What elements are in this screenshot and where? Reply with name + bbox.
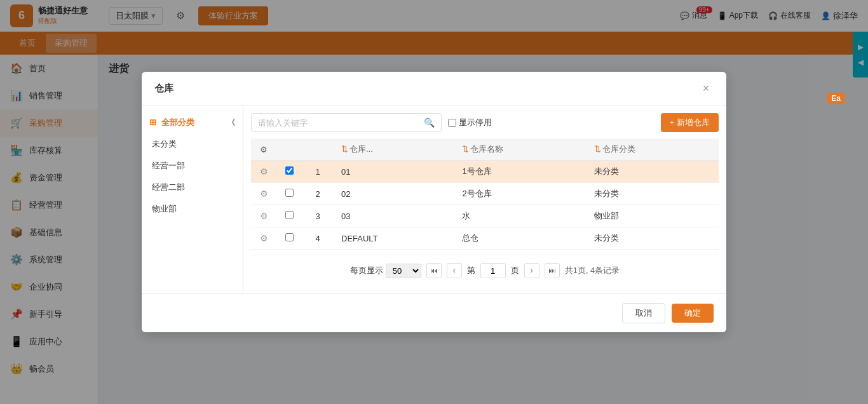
row-category: 未分类 bbox=[587, 227, 719, 250]
row-code: DEFAULT bbox=[334, 227, 454, 250]
all-categories-label: 全部分类 bbox=[161, 118, 194, 127]
per-page-label: 每页显示 bbox=[350, 265, 383, 276]
category-item-dept1[interactable]: 经营一部 bbox=[142, 155, 243, 177]
table-panel: 🔍 显示停用 + 新增仓库 ⚙ ⇅仓库.. bbox=[243, 105, 726, 293]
row-number: 1 bbox=[302, 161, 334, 183]
row-code: 01 bbox=[334, 161, 454, 183]
chevron-left-icon[interactable]: 《 bbox=[227, 118, 235, 128]
search-input[interactable] bbox=[252, 114, 417, 131]
row-checkbox[interactable] bbox=[285, 211, 294, 219]
ea-badge: Ea bbox=[827, 93, 844, 104]
show-disabled-checkbox[interactable] bbox=[448, 119, 456, 127]
category-panel: ⊞ 全部分类 《 未分类 经营一部 经营二部 物业部 bbox=[142, 105, 243, 293]
confirm-button[interactable]: 确定 bbox=[672, 304, 714, 323]
page-label-prefix: 第 bbox=[467, 265, 475, 276]
col-header-gear: ⚙ bbox=[251, 138, 276, 161]
row-number: 2 bbox=[302, 183, 334, 205]
page-number-input[interactable] bbox=[480, 263, 506, 278]
row-gear-icon[interactable]: ⚙ bbox=[251, 205, 276, 227]
close-icon[interactable]: × bbox=[698, 81, 714, 96]
col-header-code: ⇅仓库... bbox=[334, 138, 454, 161]
grid-icon: ⊞ bbox=[149, 118, 156, 127]
page-total-info: 共1页, 4条记录 bbox=[565, 265, 620, 276]
warehouse-modal: 仓库 × ⊞ 全部分类 《 未分类 经营一部 经营二部 物业部 bbox=[142, 72, 726, 332]
category-item-unclassified[interactable]: 未分类 bbox=[142, 133, 243, 155]
row-code: 03 bbox=[334, 205, 454, 227]
category-item-property[interactable]: 物业部 bbox=[142, 198, 243, 220]
row-name: 1号仓库 bbox=[454, 161, 587, 183]
table-row[interactable]: ⚙ 3 03 水 物业部 bbox=[251, 205, 719, 227]
row-number: 3 bbox=[302, 205, 334, 227]
row-gear-icon[interactable]: ⚙ bbox=[251, 227, 276, 250]
col-header-num bbox=[302, 138, 334, 161]
col-header-name: ⇅仓库名称 bbox=[454, 138, 587, 161]
category-item-dept2[interactable]: 经营二部 bbox=[142, 177, 243, 198]
search-icon[interactable]: 🔍 bbox=[417, 114, 441, 131]
modal-body: ⊞ 全部分类 《 未分类 经营一部 经营二部 物业部 🔍 bbox=[142, 105, 726, 293]
show-disabled-text: 显示停用 bbox=[459, 117, 492, 128]
row-category: 未分类 bbox=[587, 161, 719, 183]
col-header-category: ⇅仓库分类 bbox=[587, 138, 719, 161]
search-box: 🔍 bbox=[251, 113, 442, 132]
col-header-check bbox=[276, 138, 302, 161]
modal-header: 仓库 × bbox=[142, 72, 726, 105]
row-gear-icon[interactable]: ⚙ bbox=[251, 161, 276, 183]
table-row[interactable]: ⚙ 2 02 2号仓库 未分类 bbox=[251, 183, 719, 205]
page-label-suffix: 页 bbox=[511, 265, 519, 276]
row-checkbox[interactable] bbox=[285, 233, 294, 241]
all-categories-button[interactable]: ⊞ 全部分类 《 bbox=[142, 112, 243, 133]
table-row[interactable]: ⚙ 1 01 1号仓库 未分类 bbox=[251, 161, 719, 183]
first-page-button[interactable]: ⏮ bbox=[426, 263, 442, 278]
table-toolbar: 🔍 显示停用 + 新增仓库 bbox=[251, 113, 719, 132]
row-category: 未分类 bbox=[587, 183, 719, 205]
row-checkbox-cell[interactable] bbox=[276, 227, 302, 250]
row-category: 物业部 bbox=[587, 205, 719, 227]
last-page-button[interactable]: ⏭ bbox=[545, 263, 560, 278]
modal-footer: 取消 确定 bbox=[142, 293, 726, 332]
row-checkbox-cell[interactable] bbox=[276, 205, 302, 227]
row-checkbox[interactable] bbox=[285, 189, 294, 197]
per-page-dropdown[interactable]: 50 100 bbox=[386, 264, 421, 278]
new-warehouse-button[interactable]: + 新增仓库 bbox=[661, 113, 719, 132]
page-size-select: 每页显示 50 100 bbox=[350, 264, 421, 278]
warehouse-table: ⚙ ⇅仓库... ⇅仓库名称 ⇅仓库分类 ⚙ 1 bbox=[251, 138, 719, 250]
row-checkbox-cell[interactable] bbox=[276, 161, 302, 183]
row-checkbox-cell[interactable] bbox=[276, 183, 302, 205]
show-disabled-label: 显示停用 bbox=[448, 117, 492, 128]
prev-page-button[interactable]: ‹ bbox=[447, 263, 462, 278]
row-code: 02 bbox=[334, 183, 454, 205]
row-checkbox[interactable] bbox=[285, 166, 294, 175]
row-name: 总仓 bbox=[454, 227, 587, 250]
modal-overlay: 仓库 × ⊞ 全部分类 《 未分类 经营一部 经营二部 物业部 bbox=[0, 0, 868, 404]
table-row[interactable]: ⚙ 4 DEFAULT 总仓 未分类 bbox=[251, 227, 719, 250]
pagination-bar: 每页显示 50 100 ⏮ ‹ 第 页 › ⏭ 共1页, 4条记录 bbox=[251, 255, 719, 286]
row-name: 2号仓库 bbox=[454, 183, 587, 205]
cancel-button[interactable]: 取消 bbox=[622, 303, 665, 323]
row-number: 4 bbox=[302, 227, 334, 250]
row-name: 水 bbox=[454, 205, 587, 227]
next-page-button[interactable]: › bbox=[524, 263, 539, 278]
table-header-row: ⚙ ⇅仓库... ⇅仓库名称 ⇅仓库分类 bbox=[251, 138, 719, 161]
row-gear-icon[interactable]: ⚙ bbox=[251, 183, 276, 205]
modal-title: 仓库 bbox=[154, 83, 173, 95]
